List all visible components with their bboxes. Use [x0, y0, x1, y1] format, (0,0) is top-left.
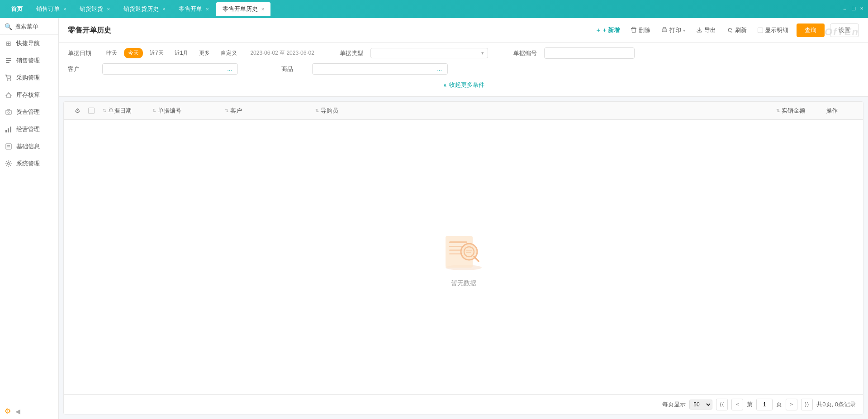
page-title-row: 零售开单历史 ＋ + 新增 删除: [68, 24, 859, 37]
tab-sales-return-label: 销货退货: [80, 5, 103, 13]
purchase-mgmt-icon: [5, 74, 13, 82]
order-type-select[interactable]: ▾: [370, 48, 488, 58]
close-button[interactable]: ×: [860, 5, 863, 13]
date-btn-today[interactable]: 今天: [124, 48, 143, 58]
svg-rect-7: [5, 130, 7, 132]
select-all-checkbox[interactable]: [88, 108, 95, 114]
export-button[interactable]: 导出: [693, 24, 719, 36]
th-action: 操作: [822, 107, 859, 115]
tab-retail-open[interactable]: 零售开单 ×: [172, 2, 215, 16]
tab-home[interactable]: 首页: [5, 2, 29, 16]
goods-dots-button[interactable]: ...: [435, 66, 444, 72]
filter-row-date: 单据日期 昨天 今天 近7天 近1月 更多 自定义 2023-06-02 至 2…: [68, 47, 859, 59]
date-btn-1month[interactable]: 近1月: [171, 48, 193, 58]
order-type-chevron-icon: ▾: [481, 50, 484, 56]
last-page-button[interactable]: ⟩⟩: [801, 399, 813, 410]
sidebar-item-label: 系统管理: [16, 160, 40, 168]
content-area: 零售开单历史 ＋ + 新增 删除: [59, 18, 868, 419]
th-order-no: ⇅ 单据编号: [149, 107, 221, 115]
page-header: 零售开单历史 ＋ + 新增 删除: [59, 18, 868, 43]
sidebar-item-label: 资金管理: [16, 108, 40, 116]
goods-filter-label: 商品: [281, 65, 308, 73]
sys-mgmt-icon: [5, 160, 13, 168]
th-sort-icon[interactable]: ⇅: [103, 108, 106, 113]
sidebar-collapse-button[interactable]: ◀: [15, 408, 20, 415]
sidebar-item-basic-info[interactable]: 基础信息: [0, 138, 58, 155]
add-button[interactable]: ＋ + 新增: [593, 24, 622, 36]
date-btn-yesterday[interactable]: 昨天: [102, 48, 121, 58]
sidebar-item-inventory[interactable]: 库存核算: [0, 86, 58, 104]
sidebar: 🔍 搜索菜单 ⊞ 快捷导航 销售管理 采购管理 库存核算: [0, 18, 59, 419]
date-range-display: 2023-06-02 至 2023-06-02: [250, 49, 314, 57]
query-button[interactable]: 查询: [797, 24, 825, 37]
tab-sales-return-history[interactable]: 销货退货历史 ×: [117, 2, 171, 16]
sidebar-item-finance[interactable]: 资金管理: [0, 104, 58, 121]
svg-point-13: [8, 163, 10, 165]
per-page-label: 每页显示: [662, 400, 686, 409]
sidebar-item-label: 快捷导航: [16, 39, 40, 47]
display-detail-button[interactable]: 显示明细: [755, 24, 791, 36]
tab-sales-order-close[interactable]: ×: [63, 6, 66, 12]
customer-input-wrap[interactable]: ...: [102, 63, 238, 75]
delete-button[interactable]: 删除: [628, 24, 653, 36]
tab-retail-open-close[interactable]: ×: [206, 6, 209, 12]
date-btn-7days[interactable]: 近7天: [146, 48, 168, 58]
filter-row-customer: 客户 ... 商品 ...: [68, 63, 859, 75]
column-settings-icon[interactable]: ⚙: [72, 107, 83, 114]
sidebar-item-quick-nav[interactable]: ⊞ 快捷导航: [0, 35, 58, 52]
tab-sales-return-history-close[interactable]: ×: [162, 6, 165, 12]
th-checkbox-cell: [85, 108, 99, 114]
sidebar-item-sales-mgmt[interactable]: 销售管理: [0, 52, 58, 69]
filter-area: 单据日期 昨天 今天 近7天 近1月 更多 自定义 2023-06-02 至 2…: [59, 43, 868, 97]
first-page-button[interactable]: ⟨⟨: [716, 399, 728, 410]
th-sort-icon[interactable]: ⇅: [225, 108, 228, 113]
th-sort-icon[interactable]: ⇅: [315, 108, 319, 113]
svg-rect-16: [663, 30, 666, 31]
sidebar-item-operation[interactable]: 经营管理: [0, 121, 58, 138]
date-btn-custom[interactable]: 自定义: [217, 48, 241, 58]
operation-icon: [5, 125, 13, 133]
export-label: 导出: [704, 26, 716, 34]
tab-sales-order[interactable]: 销售订单 ×: [30, 2, 72, 16]
print-dropdown-icon[interactable]: ▾: [683, 28, 685, 33]
svg-point-4: [10, 80, 11, 81]
svg-line-25: [474, 257, 479, 261]
print-label: 打印: [669, 26, 681, 34]
sidebar-item-label: 库存核算: [16, 91, 40, 99]
minimize-button[interactable]: －: [842, 5, 848, 13]
th-order-no-label: 单据编号: [158, 107, 181, 115]
th-customer-label: 客户: [230, 107, 242, 115]
page-number-input[interactable]: 1: [756, 399, 773, 410]
goods-input-wrap[interactable]: ...: [312, 63, 448, 75]
maximize-button[interactable]: □: [852, 5, 856, 13]
toolbar: ＋ + 新增 删除 打印 ▾: [593, 24, 859, 37]
print-button[interactable]: 打印 ▾: [659, 24, 688, 36]
setting-button[interactable]: 设置: [830, 24, 859, 37]
sidebar-gear-button[interactable]: ⚙: [5, 407, 11, 415]
next-page-button[interactable]: ＞: [786, 399, 797, 410]
sidebar-item-label: 销售管理: [16, 56, 40, 65]
refresh-button[interactable]: 刷新: [724, 24, 749, 36]
finance-icon: [5, 108, 13, 116]
date-btn-more[interactable]: 更多: [195, 48, 214, 58]
tab-sales-return-close[interactable]: ×: [107, 6, 109, 12]
table-area: ⚙ ⇅ 单据日期 ⇅ 单据编号 ⇅ 客户 ⇅: [63, 101, 863, 414]
delete-icon: [631, 27, 637, 34]
sidebar-item-label: 基础信息: [16, 142, 40, 151]
add-label: + 新增: [603, 26, 620, 34]
tab-retail-open-history-close[interactable]: ×: [261, 6, 264, 12]
th-sort-icon[interactable]: ⇅: [776, 108, 780, 113]
tab-retail-open-history[interactable]: 零售开单历史 ×: [216, 2, 270, 16]
per-page-select[interactable]: 50 100 200: [689, 400, 712, 410]
tab-sales-return[interactable]: 销货退货 ×: [73, 2, 116, 16]
order-no-filter: 单据编号: [513, 47, 635, 59]
sidebar-item-purchase-mgmt[interactable]: 采购管理: [0, 69, 58, 86]
svg-rect-5: [6, 110, 11, 114]
order-no-input[interactable]: [544, 47, 635, 59]
sidebar-search[interactable]: 🔍 搜索菜单: [0, 18, 58, 35]
sidebar-item-sys-mgmt[interactable]: 系统管理: [0, 155, 58, 172]
collapse-more-button[interactable]: ∧ 收起更多条件: [68, 79, 859, 92]
prev-page-button[interactable]: ＜: [731, 399, 743, 410]
customer-dots-button[interactable]: ...: [225, 66, 234, 72]
th-sort-icon[interactable]: ⇅: [152, 108, 156, 113]
